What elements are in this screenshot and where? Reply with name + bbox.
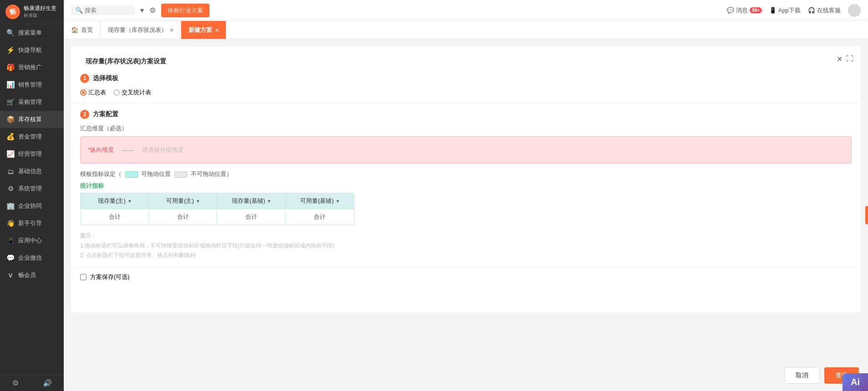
operations-icon: 📈: [6, 150, 15, 158]
stats-col-2-body: 合计: [217, 209, 285, 225]
app-name: 畅康通好生意: [24, 5, 56, 12]
settings-panel: 现存量(库存状况表)方案设置 ✕ ⛶ 1 选择模板 汇总表: [71, 46, 861, 312]
stats-col-3-header[interactable]: 可用量(基辅) ▾: [286, 193, 354, 209]
app-center-icon: 📱: [6, 237, 15, 245]
stats-col-1-body: 合计: [149, 209, 217, 225]
headset-icon: 🎧: [808, 7, 815, 14]
member-icon: V: [6, 271, 15, 279]
sidebar-item-inventory[interactable]: 📦 库存核算: [0, 111, 64, 128]
newbie-icon: 👋: [6, 219, 15, 227]
chevron-down-icon-3[interactable]: ▾: [337, 198, 339, 204]
radio-summary-label: 汇总表: [88, 88, 106, 97]
sidebar-item-finance[interactable]: 💰 资金管理: [0, 128, 64, 145]
tab-new-scheme-close[interactable]: ×: [215, 26, 219, 34]
inventory-icon: 📦: [6, 115, 15, 123]
sidebar-item-sales[interactable]: 📊 销售管理: [0, 76, 64, 93]
footer-spacer: [71, 287, 861, 312]
search-menu-icon: 🔍: [6, 29, 15, 37]
stats-col-3-label: 可用量(基辅): [300, 197, 334, 205]
dimension-placeholder[interactable]: 请选择分组维度: [142, 146, 184, 154]
indicator-movable-box: [125, 171, 138, 178]
tab-new-scheme[interactable]: 新建方案 ×: [181, 21, 226, 39]
radio-cross-circle: [113, 89, 120, 96]
sidebar-item-system[interactable]: ⚙ 系统管理: [0, 180, 64, 197]
radio-cross-label: 交叉统计表: [122, 88, 151, 97]
tab-home-label: 首页: [81, 26, 93, 34]
radio-cross[interactable]: 交叉统计表: [113, 88, 151, 97]
settings-icon[interactable]: ⚙: [12, 379, 19, 387]
sales-icon: 📊: [6, 81, 15, 89]
sidebar-item-purchase[interactable]: 🛒 采购管理: [0, 93, 64, 111]
app-download-icon: 📱: [769, 7, 776, 14]
gear-icon[interactable]: ⚙: [149, 6, 156, 15]
stats-col-1-header[interactable]: 可用量(主) ▾: [149, 193, 217, 209]
message-label: 消息: [736, 6, 748, 15]
tab-inventory-status-close[interactable]: ×: [170, 26, 174, 34]
app-version: 标准版: [24, 12, 56, 19]
stats-section-label: 统计指标: [80, 182, 852, 190]
chevron-down-icon-0[interactable]: ▾: [128, 198, 131, 204]
sidebar-item-basic-info[interactable]: 🗂 基础信息: [0, 163, 64, 180]
template-section: 1 选择模板 汇总表 交叉统计表: [71, 67, 861, 103]
tips-title: 提示：: [80, 231, 852, 241]
sidebar-item-label: 企业协同: [18, 202, 42, 210]
sidebar-nav: 🔍 搜索菜单 ⚡ 快捷导航 🎁 营销推广 📊 销售管理 🛒 采购管理 📦 库存核…: [0, 24, 64, 375]
search-icon: 🔍: [76, 7, 83, 14]
message-btn[interactable]: 💬 消息 99+: [727, 6, 762, 15]
speaker-icon[interactable]: 🔊: [43, 379, 52, 387]
indicator-fixed-box: [174, 171, 187, 178]
stats-col-0-body: 合计: [81, 209, 148, 225]
scheme-section-header: 2 方案配置: [80, 110, 852, 119]
scheme-section-title: 方案配置: [93, 110, 118, 118]
sidebar-item-member[interactable]: V 畅会员: [0, 267, 64, 284]
industry-btn[interactable]: 体验行业方案: [161, 4, 209, 17]
sidebar-item-operations[interactable]: 📈 经营管理: [0, 145, 64, 163]
expand-panel-btn[interactable]: ⛶: [846, 55, 853, 63]
sidebar-item-label: 营销推广: [18, 63, 42, 72]
app-download-btn[interactable]: 📱 App下载: [769, 6, 801, 15]
cancel-button[interactable]: 取消: [784, 367, 820, 384]
sidebar-item-app-center[interactable]: 📱 应用中心: [0, 232, 64, 249]
dimension-area: *纵向维度 —— 请选择分组维度: [80, 136, 852, 164]
system-icon: ⚙: [6, 185, 15, 193]
home-icon: 🏠: [71, 26, 78, 33]
right-edge-indicator: [865, 206, 868, 224]
sidebar-item-marketing[interactable]: 🎁 营销推广: [0, 59, 64, 76]
close-panel-btn[interactable]: ✕: [837, 55, 842, 63]
dropdown-icon[interactable]: ▾: [140, 6, 144, 15]
stats-col-2-label: 现存量(基辅): [232, 197, 266, 205]
sidebar-item-search-menu[interactable]: 🔍 搜索菜单: [0, 24, 64, 41]
search-input[interactable]: [85, 7, 121, 14]
wechat-icon: 💬: [6, 254, 15, 262]
indicator-fixed-label: 不可拖动位置）: [191, 170, 232, 177]
message-badge: 99+: [750, 7, 762, 13]
tip-1: 1.拖动标题栏可以调整布局，不可跨维度或指标区域拖动栏目字段(只能在同一维度或指…: [80, 241, 852, 251]
sidebar-item-newbie[interactable]: 👋 新手引导: [0, 215, 64, 232]
panel-actions: ✕ ⛶: [837, 55, 853, 63]
save-checkbox[interactable]: [80, 274, 87, 280]
tab-inventory-status[interactable]: 现存量（库存状况表） ×: [101, 21, 181, 39]
user-avatar[interactable]: [848, 4, 861, 17]
radio-summary[interactable]: 汇总表: [80, 88, 106, 97]
dimension-dash: ——: [122, 147, 134, 154]
sidebar-item-label: 销售管理: [18, 81, 42, 89]
sidebar-item-wechat[interactable]: 💬 企业微信: [0, 249, 64, 267]
main-area: 🔍 ▾ ⚙ 体验行业方案 💬 消息 99+ 📱 App下载 🎧 在线客服: [64, 0, 868, 391]
tip-2: 2. 点击标题栏下拉可设置排序、插入列和删除列: [80, 251, 852, 261]
search-box[interactable]: 🔍: [71, 5, 135, 15]
template-radio-group: 汇总表 交叉统计表: [80, 88, 852, 97]
sidebar-item-label: 资金管理: [18, 133, 42, 141]
stats-col-0-header[interactable]: 现存量(主) ▾: [81, 193, 148, 209]
chevron-down-icon-1[interactable]: ▾: [197, 198, 199, 204]
stats-col-2-header[interactable]: 现存量(基辅) ▾: [217, 193, 285, 209]
template-section-num: 1: [80, 74, 89, 83]
online-service-btn[interactable]: 🎧 在线客服: [808, 6, 841, 15]
sidebar-item-enterprise[interactable]: 🏢 企业协同: [0, 197, 64, 215]
scheme-section: 2 方案配置 汇总维度（必选） *纵向维度 —— 请选择分组维度 模板指标设定（: [71, 103, 861, 268]
dimension-required-label: *纵向维度: [88, 146, 114, 154]
tab-home[interactable]: 🏠 首页: [64, 21, 101, 39]
chevron-down-icon-2[interactable]: ▾: [268, 198, 271, 204]
dimension-label: 汇总维度（必选）: [80, 124, 852, 133]
sidebar-item-quick-nav[interactable]: ⚡ 快捷导航: [0, 41, 64, 59]
ai-badge[interactable]: Ai: [842, 373, 868, 391]
